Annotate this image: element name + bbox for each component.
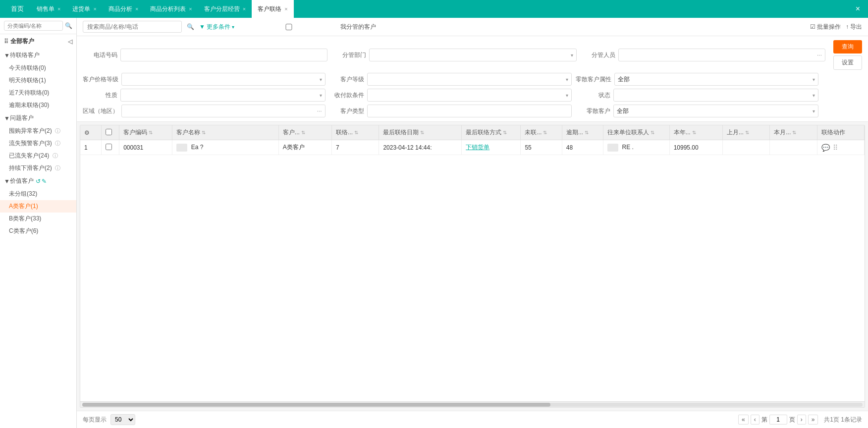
search-button[interactable]: 🔍 [187,23,194,30]
filter-price-level-label: 客户价格等级 [83,75,118,84]
chevron-down-icon-2: ▾ [320,77,322,82]
total-records-label: 共1页 1条记录 [824,416,862,424]
sidebar-item-7days[interactable]: 近7天待联络(0) [0,87,76,99]
nav-tab-product-list[interactable]: 商品分析列表 × [144,0,198,18]
filter-scatter-select[interactable]: 全部 ▾ [613,105,818,117]
sidebar-item-overdue[interactable]: 逾期未联络(30) [0,99,76,111]
batch-op-btn[interactable]: ☑ 批量操作 [810,23,841,31]
search-input[interactable] [83,21,182,33]
nav-tab-customer-tier[interactable]: 客户分层经营 × [198,0,252,18]
col-overdue[interactable]: 逾期... ⇅ [562,125,603,140]
page-end-label: 页 [789,416,795,424]
group-problem-customers[interactable]: ▼ 问题客户 [0,111,76,125]
close-all-tabs[interactable]: × [852,4,864,13]
filter-phone-input[interactable] [120,49,327,61]
next-page-btn[interactable]: › [797,415,806,425]
close-tab-customer-contact[interactable]: × [284,6,287,12]
filter-scatter-attr-select[interactable]: 全部 ▾ [614,73,818,86]
col-last-month[interactable]: 上月... ⇅ [722,125,769,140]
filter-dept-select[interactable]: ▾ [369,49,576,61]
col-contact[interactable]: 联络... ⇅ [332,125,379,140]
sidebar-item-class-c[interactable]: C类客户(6) [0,225,76,237]
close-tab-customer-tier[interactable]: × [243,6,246,12]
collapse-icon[interactable]: ◁ [68,38,72,45]
col-this-year[interactable]: 本年... ⇅ [669,125,722,140]
nav-tab-sales[interactable]: 销售单 × [31,0,66,18]
sidebar-item-abnormal[interactable]: 囤购异常客户(2) ⓘ [0,125,76,137]
chevron-down-icon: ▾ [571,53,573,58]
nav-tab-purchase[interactable]: 进货单 × [66,0,102,18]
filter-nature-select[interactable]: ▾ [120,89,326,102]
last-page-btn[interactable]: » [808,415,818,425]
sidebar-item-class-b[interactable]: B类客户(33) [0,213,76,225]
filter-payment-select[interactable]: ▾ [367,89,572,102]
sidebar-item-unclassified[interactable]: 未分组(32) [0,188,76,200]
chevron-down-icon: ▾ [232,24,234,30]
nav-tab-product-analysis[interactable]: 商品分析 × [103,0,144,18]
select-all-checkbox[interactable] [106,129,112,135]
sidebar-search-input[interactable] [4,21,63,31]
info-icon-2: ⓘ [55,140,60,146]
col-unit-contact[interactable]: 往来单位联系人 ⇅ [603,125,669,140]
sidebar-search-icon[interactable]: 🔍 [65,22,72,29]
edit-icon[interactable]: ✎ [42,178,47,185]
gear-column[interactable]: ⚙ [80,125,102,140]
close-tab-product-analysis[interactable]: × [135,6,138,12]
sidebar-item-class-a[interactable]: A类客户(1) [0,200,76,213]
chevron-down-icon-5: ▾ [320,93,322,98]
sidebar-item-declining[interactable]: 持续下滑客户(2) ⓘ [0,162,76,174]
filter-region-label: 区域（地区） [83,107,118,115]
sort-icon-contact: ⇅ [354,130,358,135]
sidebar-item-churned[interactable]: 已流失客户(24) ⓘ [0,150,76,162]
last-way-link[interactable]: 下销货单 [466,144,489,151]
page-number-input[interactable] [769,415,787,425]
first-page-btn[interactable]: « [738,415,749,425]
col-last-way[interactable]: 最后联络方式 ⇅ [462,125,521,140]
filter-price-level-select[interactable]: ▾ [121,73,326,86]
nav-home[interactable]: 首页 [4,4,31,13]
filter-status-select[interactable]: ▾ [613,89,818,102]
row-checkbox[interactable] [106,144,112,150]
nav-tab-customer-contact[interactable]: 客户联络 × [252,0,293,18]
col-this-month[interactable]: 本月... ⇅ [770,125,817,140]
export-btn[interactable]: ↑ 导出 [846,23,862,31]
sidebar: 🔍 ⠿ 全部客户 ◁ ▼ 待联络客户 今天待联络(0) 明天待联络(1) 近7天… [0,18,77,428]
refresh-icon[interactable]: ↺ [36,178,41,185]
group-pending-contact[interactable]: ▼ 待联络客户 [0,49,76,62]
filter-dept: 分管部门 ▾ [331,49,576,61]
col-uncontact[interactable]: 未联... ⇅ [521,125,562,140]
prev-page-btn[interactable]: ‹ [751,415,760,425]
close-tab-purchase[interactable]: × [93,6,96,12]
sidebar-item-tomorrow[interactable]: 明天待联络(1) [0,74,76,87]
chat-icon[interactable]: 💬 [821,144,830,152]
col-code[interactable]: 客户编码 ⇅ [119,125,172,140]
check-column[interactable] [102,125,119,140]
filter-region-input[interactable]: ··· [121,105,326,117]
my-customers-checkbox[interactable]: 我分管的客户 [239,23,376,31]
settings-button[interactable]: 设置 [833,55,862,70]
scroll-track[interactable] [82,403,863,407]
group-value-customers[interactable]: ▼ 价值客户 ↺ ✎ [0,174,76,188]
row-last-way[interactable]: 下销货单 [462,140,521,155]
qr-icon[interactable]: ⠿ [833,144,838,152]
filter-customer-type-input[interactable] [367,105,572,117]
sidebar-item-today[interactable]: 今天待联络(0) [0,62,76,74]
col-type[interactable]: 客户... ⇅ [278,125,331,140]
my-customers-input[interactable] [239,24,338,30]
close-tab-sales[interactable]: × [57,6,60,12]
filter-person-input[interactable]: ··· [618,49,825,61]
scroll-thumb[interactable] [82,403,550,407]
col-last-date[interactable]: 最后联络日期 ⇅ [379,125,462,140]
row-check[interactable] [102,140,119,155]
sidebar-item-churn-warning[interactable]: 流失预警客户(3) ⓘ [0,137,76,150]
color-chip [176,144,187,152]
query-button[interactable]: 查询 [833,40,862,54]
col-name[interactable]: 客户名称 ⇅ [172,125,278,140]
page-size-select[interactable]: 50 [110,414,135,425]
filter-customer-level-select[interactable]: ▾ [367,73,572,86]
table-header-row: ⚙ 客户编码 ⇅ 客户名称 ⇅ [80,125,865,140]
page-label: 第 [761,416,767,424]
close-tab-product-list[interactable]: × [189,6,192,12]
horizontal-scrollbar[interactable] [80,401,865,407]
more-conditions-btn[interactable]: ▼ 更多条件 ▾ [199,23,234,31]
